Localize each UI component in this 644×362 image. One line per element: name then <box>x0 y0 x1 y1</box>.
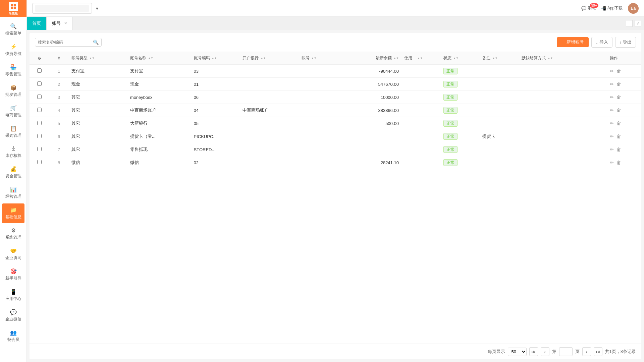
row-checkbox-cell[interactable] <box>30 78 49 91</box>
svg-rect-0 <box>11 4 13 6</box>
sidebar-item-ecommerce[interactable]: 🛒 电商管理 <box>2 102 24 121</box>
row-checkbox[interactable] <box>37 81 42 86</box>
row-checkbox-cell[interactable] <box>30 91 49 104</box>
delete-button[interactable]: 🗑 <box>616 68 621 74</box>
edit-button[interactable]: ✏ <box>610 147 614 152</box>
tab-account[interactable]: 账号 ✕ <box>47 17 73 30</box>
sidebar-item-basic-info[interactable]: 📁 基础信息 <box>2 203 24 223</box>
add-account-button[interactable]: + 新增账号 <box>557 37 589 47</box>
row-code: 05 <box>191 117 240 130</box>
col-usage[interactable]: 使用... ▲▼ <box>401 52 441 65</box>
sidebar-item-quick-nav[interactable]: ⚡ 快捷导航 <box>2 40 24 60</box>
row-ops-cell: ✏ 🗑 <box>607 117 641 130</box>
edit-button[interactable]: ✏ <box>610 95 614 100</box>
sidebar-item-guide[interactable]: 🎯 新手引导 <box>2 265 24 285</box>
row-checkbox-cell[interactable] <box>30 104 49 117</box>
delete-button[interactable]: 🗑 <box>616 134 621 139</box>
status-badge: 正常 <box>443 120 458 127</box>
page-last-button[interactable]: ⏭ <box>594 347 602 356</box>
col-balance[interactable]: 最新余额 ▲▼ <box>347 52 401 65</box>
row-checkbox[interactable] <box>37 95 42 99</box>
row-balance <box>347 143 401 156</box>
edit-button[interactable]: ✏ <box>610 160 614 165</box>
sidebar-item-purchase[interactable]: 📋 采购管理 <box>2 122 24 142</box>
row-checkbox[interactable] <box>37 68 42 73</box>
delete-button[interactable]: 🗑 <box>616 147 621 152</box>
add-account-label: + 新增账号 <box>563 39 584 45</box>
basic-info-icon: 📁 <box>10 207 17 213</box>
dropdown-arrow-icon[interactable]: ▾ <box>96 6 98 11</box>
edit-button[interactable]: ✏ <box>610 121 614 126</box>
col-status[interactable]: 状态 ▲▼ <box>441 52 480 65</box>
sidebar-item-app-center[interactable]: 📱 应用中心 <box>2 285 24 305</box>
col-account-name[interactable]: 账号名称 ▲▼ <box>127 52 191 65</box>
col-bank[interactable]: 开户银行 ▲▼ <box>240 52 299 65</box>
tab-expand-button[interactable]: ⤢ <box>635 20 641 27</box>
sidebar-item-retail[interactable]: 🏪 零售管理 <box>2 61 24 80</box>
sidebar-item-wholesale[interactable]: 📦 批发管理 <box>2 81 24 101</box>
page-of-label: 页 <box>575 349 580 355</box>
export-button[interactable]: ↑ 导出 <box>615 37 636 48</box>
page-next-button[interactable]: › <box>582 347 591 356</box>
sidebar-item-inventory[interactable]: 🗄 库存核算 <box>2 142 24 162</box>
delete-button[interactable]: 🗑 <box>616 81 621 87</box>
row-checkbox[interactable] <box>37 147 42 151</box>
edit-button[interactable]: ✏ <box>610 81 614 87</box>
sidebar-item-member[interactable]: 👥 畅会员 <box>2 326 24 346</box>
row-checkbox-cell[interactable] <box>30 156 49 169</box>
topbar-search-input[interactable] <box>35 5 89 12</box>
delete-button[interactable]: 🗑 <box>616 95 621 100</box>
user-avatar[interactable]: Ea <box>628 3 639 14</box>
col-account-number[interactable]: 账号 ▲▼ <box>299 52 348 65</box>
col-account-code[interactable]: 账号编码 ▲▼ <box>191 52 240 65</box>
row-checkbox-cell[interactable] <box>30 65 49 78</box>
row-checkbox-cell[interactable] <box>30 117 49 130</box>
table-search-box[interactable]: 🔍 <box>35 38 102 47</box>
sidebar-item-cooperation[interactable]: 🤝 企业协同 <box>2 244 24 264</box>
delete-button[interactable]: 🗑 <box>616 108 621 113</box>
page-first-button[interactable]: ⏮ <box>529 347 538 356</box>
message-button[interactable]: 💬 消息 99+ <box>581 5 596 11</box>
col-settings[interactable]: ⚙ <box>30 52 49 65</box>
sidebar-item-search-menu[interactable]: 🔍 搜索菜单 <box>2 20 24 40</box>
import-icon: ↓ <box>596 40 598 45</box>
row-checkbox[interactable] <box>37 108 42 112</box>
edit-button[interactable]: ✏ <box>610 108 614 113</box>
sidebar-item-wechat[interactable]: 💬 企业微信 <box>2 306 24 325</box>
sidebar-item-finance[interactable]: 💰 资金管理 <box>2 163 24 182</box>
table-search-icon[interactable]: 🔍 <box>93 40 99 45</box>
topbar-search-box[interactable] <box>32 3 92 14</box>
row-index: 8 <box>49 156 68 169</box>
content-area: 🔍 + 新增账号 ↓ 导入 ↑ 导出 ⚙ # <box>30 33 641 359</box>
sidebar-item-operations[interactable]: 📊 经营管理 <box>2 183 24 203</box>
sort-icon: ▲▼ <box>393 57 399 60</box>
col-settlement[interactable]: 默认结算方式 ▲▼ <box>519 52 607 65</box>
sidebar: 乐惠版 🔍 搜索菜单 ⚡ 快捷导航 🏪 零售管理 📦 批发管理 🛒 电商管理 📋… <box>0 0 27 362</box>
row-checkbox[interactable] <box>37 160 42 164</box>
row-checkbox-cell[interactable] <box>30 130 49 143</box>
delete-button[interactable]: 🗑 <box>616 160 621 165</box>
col-remark[interactable]: 备注 ▲▼ <box>480 52 519 65</box>
page-size-select[interactable]: 50 20 100 <box>508 348 527 356</box>
row-checkbox[interactable] <box>37 121 42 125</box>
row-ops-cell: ✏ 🗑 <box>607 156 641 169</box>
table-search-input[interactable] <box>38 40 92 45</box>
delete-button[interactable]: 🗑 <box>616 121 621 126</box>
page-number-input[interactable]: 1 <box>559 347 573 356</box>
row-account <box>299 156 348 169</box>
tab-close-icon[interactable]: ✕ <box>64 21 67 25</box>
import-button[interactable]: ↓ 导入 <box>591 37 612 48</box>
app-download-button[interactable]: 📲 App下载 <box>601 5 623 11</box>
row-name: 中百商场账户 <box>127 104 191 117</box>
tab-home[interactable]: 首页 <box>27 17 47 30</box>
row-checkbox[interactable] <box>37 134 42 138</box>
row-remark <box>480 78 519 91</box>
row-account <box>299 65 348 78</box>
sidebar-item-system[interactable]: ⚙ 系统管理 <box>2 224 24 244</box>
edit-button[interactable]: ✏ <box>610 134 614 139</box>
tab-minimize-button[interactable]: — <box>626 20 633 27</box>
edit-button[interactable]: ✏ <box>610 68 614 74</box>
col-account-type[interactable]: 账号类型 ▲▼ <box>69 52 127 65</box>
row-checkbox-cell[interactable] <box>30 143 49 156</box>
page-prev-button[interactable]: ‹ <box>541 347 549 356</box>
